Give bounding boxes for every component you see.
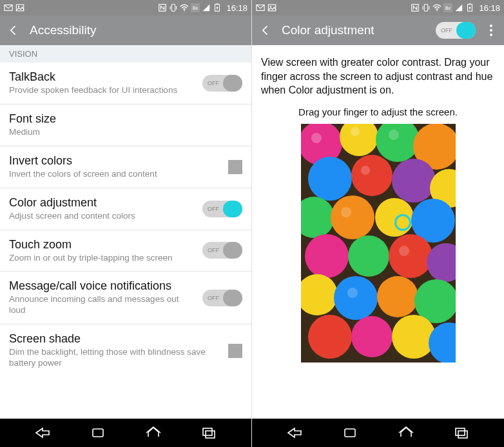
battery-icon: [465, 3, 474, 12]
svg-point-45: [351, 316, 393, 357]
row-invert-colors[interactable]: Invert colors Invert the colors of scree…: [0, 146, 251, 188]
row-title: Message/call voice notifications: [9, 279, 196, 293]
section-header-vision: VISION: [0, 45, 251, 63]
svg-point-52: [341, 207, 351, 217]
page-title: Color adjustment: [282, 23, 427, 37]
nav-search[interactable]: [85, 425, 111, 441]
preview-image[interactable]: [301, 124, 456, 363]
toggle-color-adjustment[interactable]: OFF ON: [202, 201, 242, 217]
toggle-talkback[interactable]: OFF ON: [202, 75, 242, 92]
image-icon: [15, 3, 24, 12]
row-title: Screen shade: [9, 332, 222, 346]
svg-rect-10: [93, 429, 103, 437]
row-screen-shade[interactable]: Screen shade Dim the backlight, letting …: [0, 324, 251, 377]
svg-rect-9: [217, 3, 219, 4]
svg-point-37: [348, 235, 389, 277]
phone-right: Bx 16:18 Color adjustment OFF ON View sc…: [252, 0, 504, 447]
svg-rect-17: [425, 5, 428, 12]
row-subtitle: Zoom in or out by triple-tapping the scr…: [9, 253, 196, 264]
row-talkback[interactable]: TalkBack Provide spoken feedback for UI …: [0, 63, 251, 104]
wifi-icon: [180, 3, 189, 12]
svg-rect-56: [456, 428, 465, 435]
back-button[interactable]: [6, 23, 21, 37]
row-title: TalkBack: [9, 70, 196, 84]
toggle-touch-zoom[interactable]: OFF ON: [202, 242, 242, 259]
svg-point-33: [331, 195, 374, 239]
svg-rect-22: [469, 3, 472, 4]
nav-back[interactable]: [282, 425, 307, 441]
row-voice-notifications[interactable]: Message/call voice notifications Announc…: [0, 272, 251, 324]
status-bar: Bx 16:18: [0, 0, 251, 15]
page-title: Accessibility: [30, 23, 245, 37]
gmail-icon: [4, 3, 13, 12]
gmail-icon: [256, 3, 265, 12]
svg-text:Bx: Bx: [445, 6, 451, 10]
svg-rect-12: [206, 431, 215, 438]
row-subtitle: Invert the colors of screen and content: [9, 169, 222, 180]
checkbox-invert-colors[interactable]: [228, 160, 242, 174]
svg-text:Bx: Bx: [193, 6, 199, 10]
svg-rect-55: [345, 429, 355, 437]
hint-text: Drag your finger to adjust the screen.: [298, 106, 458, 117]
row-subtitle: Medium: [9, 127, 242, 138]
toggle-color-adjustment-main[interactable]: OFF ON: [436, 22, 476, 39]
row-subtitle: Adjust screen and content colors: [9, 211, 196, 222]
description-text: View screen with greater color contrast.…: [261, 55, 495, 97]
svg-point-49: [351, 127, 360, 136]
svg-point-5: [184, 10, 186, 12]
svg-point-54: [347, 288, 358, 298]
phone-left: Bx 16:18 Accessibility VISION TalkBack P…: [0, 0, 252, 447]
svg-point-46: [392, 315, 436, 359]
row-subtitle: Dim the backlight, letting those with bl…: [9, 347, 222, 369]
row-font-size[interactable]: Font size Medium: [0, 104, 251, 146]
data-icon: Bx: [191, 3, 200, 12]
signal-icon: [202, 3, 211, 12]
svg-point-36: [305, 234, 349, 278]
signal-icon: [454, 3, 463, 12]
nav-back[interactable]: [30, 425, 55, 441]
overflow-menu-icon[interactable]: [485, 25, 498, 36]
svg-point-51: [361, 166, 370, 175]
nav-home[interactable]: [141, 425, 166, 441]
svg-point-48: [311, 133, 322, 143]
nfc-icon: [158, 3, 167, 12]
row-subtitle: Announce incoming calls and messages out…: [9, 294, 196, 316]
status-time: 16:18: [226, 3, 247, 13]
svg-rect-11: [203, 428, 212, 435]
status-time: 16:18: [479, 3, 500, 13]
image-icon: [267, 3, 276, 12]
data-icon: Bx: [443, 3, 452, 12]
svg-point-2: [18, 6, 19, 7]
nav-home[interactable]: [393, 425, 419, 441]
nav-search[interactable]: [337, 425, 363, 441]
toggle-voice-notifications[interactable]: OFF ON: [202, 290, 242, 306]
title-bar-color-adjustment: Color adjustment OFF ON: [252, 15, 504, 45]
nav-recent[interactable]: [196, 425, 222, 441]
row-title: Color adjustment: [9, 196, 196, 210]
back-button[interactable]: [258, 23, 273, 37]
row-title: Font size: [9, 112, 242, 126]
wifi-icon: [432, 3, 441, 12]
color-adjustment-content: View screen with greater color contrast.…: [252, 45, 504, 419]
row-touch-zoom[interactable]: Touch zoom Zoom in or out by triple-tapp…: [0, 230, 251, 272]
status-bar: Bx 16:18: [252, 0, 504, 15]
svg-point-53: [399, 246, 409, 256]
svg-rect-57: [458, 431, 467, 438]
row-title: Invert colors: [9, 154, 222, 168]
nav-bar: [252, 419, 504, 447]
svg-rect-4: [172, 5, 175, 12]
svg-point-41: [334, 276, 378, 320]
battery-icon: [213, 3, 222, 12]
nav-recent[interactable]: [449, 425, 474, 441]
nav-bar: [0, 419, 251, 447]
vibrate-icon: [169, 3, 178, 12]
row-color-adjustment[interactable]: Color adjustment Adjust screen and conte…: [0, 188, 251, 230]
svg-point-18: [437, 10, 438, 12]
checkbox-screen-shade[interactable]: [228, 344, 242, 358]
svg-point-28: [308, 157, 352, 201]
touch-indicator-icon: [394, 214, 411, 231]
svg-point-44: [308, 315, 352, 359]
svg-point-15: [270, 6, 271, 7]
title-bar-accessibility: Accessibility: [0, 15, 251, 45]
svg-point-30: [392, 159, 436, 203]
